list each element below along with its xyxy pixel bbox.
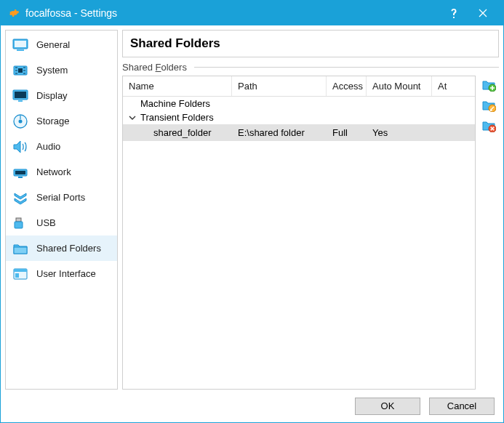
col-name[interactable]: Name <box>123 76 232 96</box>
settings-sidebar: General System Display Storage <box>5 30 118 390</box>
titlebar: focalfossa - Settings <box>1 1 503 25</box>
sidebar-item-label: USB <box>36 217 56 228</box>
table-row[interactable]: shared_folder E:\shared folder Full Yes <box>123 124 475 141</box>
sidebar-item-label: System <box>36 65 68 76</box>
sidebar-item-serial-ports[interactable]: Serial Ports <box>6 185 117 210</box>
svg-rect-18 <box>15 273 19 278</box>
svg-rect-6 <box>15 92 26 98</box>
audio-icon <box>12 138 29 156</box>
help-button[interactable] <box>439 1 468 25</box>
window-title: focalfossa - Settings <box>25 7 439 19</box>
group-separator <box>194 67 499 68</box>
sidebar-item-label: Display <box>36 90 68 101</box>
table-header: Name Path Access Auto Mount At <box>123 76 475 97</box>
serial-ports-icon <box>12 189 29 206</box>
page-title-box: Shared Folders <box>122 30 499 57</box>
group-label: Shared Folders <box>122 62 190 73</box>
add-share-button[interactable] <box>480 77 497 93</box>
svg-rect-13 <box>16 218 21 222</box>
svg-point-9 <box>19 119 23 123</box>
category-label: Transient Folders <box>140 112 214 123</box>
chevron-down-icon <box>129 114 139 121</box>
page-title: Shared Folders <box>130 36 491 51</box>
window-body: General System Display Storage <box>1 25 503 390</box>
sidebar-item-system[interactable]: System <box>6 57 117 83</box>
settings-window: focalfossa - Settings General System <box>0 0 504 423</box>
sidebar-item-shared-folders[interactable]: Shared Folders <box>6 235 117 261</box>
table-body: Machine Folders Transient Folders shared… <box>123 97 475 389</box>
cancel-button[interactable]: Cancel <box>429 398 495 415</box>
sidebar-item-display[interactable]: Display <box>6 83 117 108</box>
svg-rect-4 <box>18 68 23 73</box>
svg-rect-17 <box>14 269 27 272</box>
dialog-footer: OK Cancel <box>1 390 503 422</box>
app-icon <box>8 7 20 19</box>
shared-folders-table[interactable]: Name Path Access Auto Mount At Machine F… <box>122 76 476 390</box>
col-path[interactable]: Path <box>232 76 327 96</box>
network-icon <box>12 164 29 181</box>
svg-rect-2 <box>17 49 24 51</box>
cell-access: Full <box>327 124 367 141</box>
sidebar-item-label: Serial Ports <box>36 192 85 203</box>
sidebar-item-general[interactable]: General <box>6 32 117 57</box>
cell-path: E:\shared folder <box>232 124 327 141</box>
svg-rect-1 <box>15 41 26 47</box>
svg-rect-7 <box>18 100 23 102</box>
display-icon <box>12 87 29 105</box>
storage-icon <box>12 113 29 130</box>
svg-rect-15 <box>14 247 27 254</box>
table-area: Name Path Access Auto Mount At Machine F… <box>122 76 499 390</box>
shared-folders-group: Shared Folders Name Path Access Auto Mou… <box>122 62 499 390</box>
sidebar-item-storage[interactable]: Storage <box>6 108 117 134</box>
cell-at <box>432 124 461 141</box>
svg-rect-14 <box>15 222 23 228</box>
category-transient-folders[interactable]: Transient Folders <box>123 110 475 124</box>
group-header: Shared Folders <box>122 62 499 73</box>
sidebar-item-label: Network <box>36 166 71 177</box>
col-auto-mount[interactable]: Auto Mount <box>367 76 432 96</box>
sidebar-item-label: Audio <box>36 141 60 152</box>
general-icon <box>12 36 29 54</box>
sidebar-item-label: Shared Folders <box>36 243 101 254</box>
main-panel: Shared Folders Shared Folders Name Path … <box>122 30 499 390</box>
cell-name: shared_folder <box>123 124 232 141</box>
sidebar-item-audio[interactable]: Audio <box>6 134 117 159</box>
sidebar-item-usb[interactable]: USB <box>6 210 117 235</box>
usb-icon <box>12 214 29 232</box>
col-at[interactable]: At <box>432 76 461 96</box>
ok-button[interactable]: OK <box>355 398 420 415</box>
sidebar-item-label: User Interface <box>36 268 96 279</box>
shared-folders-icon <box>12 240 29 257</box>
close-button[interactable] <box>468 1 497 25</box>
system-icon <box>12 62 29 79</box>
action-column <box>480 76 499 390</box>
sidebar-item-user-interface[interactable]: User Interface <box>6 261 117 286</box>
svg-rect-12 <box>18 177 23 178</box>
sidebar-item-label: Storage <box>36 116 70 126</box>
cell-auto-mount: Yes <box>367 124 432 141</box>
sidebar-item-label: General <box>36 39 70 50</box>
sidebar-item-network[interactable]: Network <box>6 159 117 185</box>
svg-rect-11 <box>15 171 25 174</box>
user-interface-icon <box>12 265 29 283</box>
remove-share-button[interactable] <box>480 118 497 134</box>
col-access[interactable]: Access <box>327 76 367 96</box>
edit-share-button[interactable] <box>480 97 497 113</box>
category-machine-folders[interactable]: Machine Folders <box>123 97 475 110</box>
category-label: Machine Folders <box>140 98 210 109</box>
